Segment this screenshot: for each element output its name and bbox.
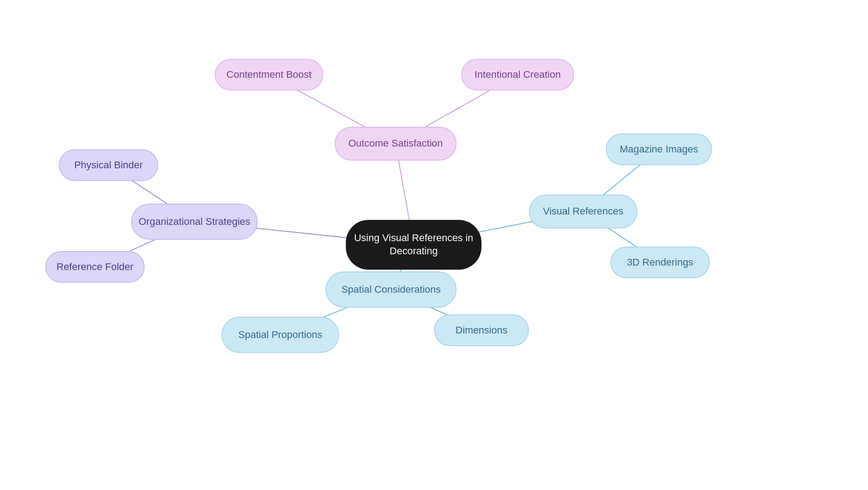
outcome-satisfaction-label: Outcome Satisfaction: [348, 137, 443, 150]
magazine-images-label: Magazine Images: [620, 143, 698, 156]
physical-binder-label: Physical Binder: [74, 159, 143, 172]
spatial-proportions-label: Spatial Proportions: [238, 328, 322, 342]
spatial-considerations-node[interactable]: Spatial Considerations: [326, 271, 457, 308]
contentment-boost-node[interactable]: Contentment Boost: [215, 59, 323, 90]
spatial-proportions-node[interactable]: Spatial Proportions: [222, 317, 339, 353]
dimensions-label: Dimensions: [456, 324, 508, 337]
contentment-boost-label: Contentment Boost: [226, 68, 311, 81]
outcome-satisfaction-node[interactable]: Outcome Satisfaction: [335, 127, 457, 161]
three-d-renderings-label: 3D Renderings: [627, 256, 693, 269]
three-d-renderings-node[interactable]: 3D Renderings: [610, 247, 710, 278]
center-node-label: Using Visual References in Decorating: [346, 232, 481, 257]
intentional-creation-label: Intentional Creation: [475, 68, 561, 81]
physical-binder-node[interactable]: Physical Binder: [59, 149, 158, 181]
center-node[interactable]: Using Visual References in Decorating: [346, 220, 481, 270]
visual-references-label: Visual References: [543, 205, 623, 218]
spatial-considerations-label: Spatial Considerations: [341, 283, 441, 296]
organizational-strategies-label: Organizational Strategies: [138, 215, 250, 228]
reference-folder-node[interactable]: Reference Folder: [45, 251, 145, 283]
reference-folder-label: Reference Folder: [57, 261, 133, 274]
organizational-strategies-node[interactable]: Organizational Strategies: [131, 204, 258, 240]
intentional-creation-node[interactable]: Intentional Creation: [461, 59, 574, 90]
dimensions-node[interactable]: Dimensions: [434, 314, 529, 346]
visual-references-node[interactable]: Visual References: [529, 195, 637, 228]
magazine-images-node[interactable]: Magazine Images: [606, 133, 712, 165]
